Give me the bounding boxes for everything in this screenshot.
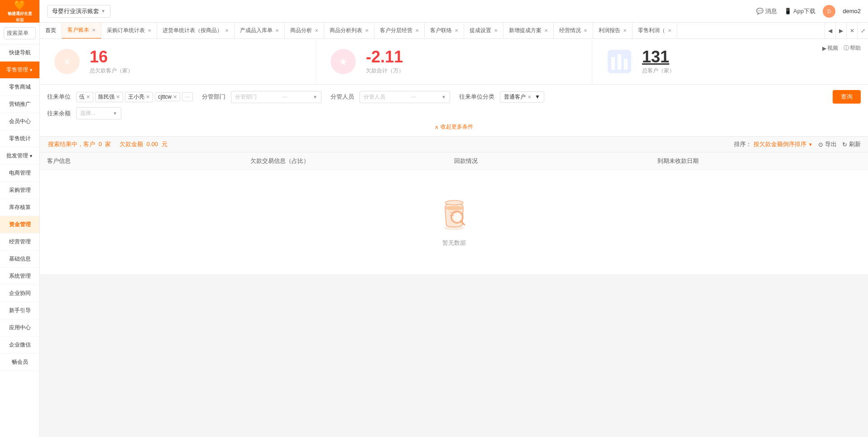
tab-next-arrow[interactable]: ▶	[835, 23, 846, 39]
tab-commission[interactable]: 提成设置 ✕	[464, 23, 504, 39]
tab-close-customer-tier[interactable]: ✕	[415, 28, 419, 33]
search-menu-button[interactable]: 搜索菜单	[4, 27, 36, 39]
tab-purchase-order[interactable]: 采购订单统计表 ✕	[101, 23, 157, 39]
tab-close-retail-profit[interactable]: ✕	[668, 28, 671, 33]
chevron-down-icon: ▼	[101, 9, 106, 14]
category-tag-close[interactable]: ✕	[528, 95, 531, 100]
sidebar-item-chang-member[interactable]: 畅会员	[0, 354, 39, 371]
sidebar-item-ecommerce[interactable]: 电商管理	[0, 165, 39, 182]
video-button[interactable]: ▶ 视频	[822, 44, 838, 52]
tab-home[interactable]: 首页	[40, 23, 62, 39]
stat-label-amount: 欠款合计（万）	[366, 67, 404, 75]
tab-operation[interactable]: 经营情况 ✕	[554, 23, 593, 39]
tab-close-goods-analysis-list[interactable]: ✕	[365, 28, 369, 33]
sidebar-item-marketing[interactable]: 营销推广	[0, 96, 39, 113]
main-area: 母婴行业演示账套 ▼ 💬 消息 📱 App下载 D demo2 首页 客户账本 …	[40, 0, 868, 437]
unit-tag-cjttcw-close[interactable]: ✕	[173, 94, 177, 100]
results-info: 搜索结果中，客户 0 家 欠款金额 0.00 元	[47, 140, 168, 148]
unit-tags-more[interactable]: ···	[182, 92, 193, 101]
unit-tag-wu: 伍 ✕	[76, 92, 93, 102]
tab-maximize-icon[interactable]: ⤢	[857, 23, 868, 39]
stat-icon-pink: ★	[330, 48, 357, 75]
tab-goods-analysis-list[interactable]: 商品分析列表 ✕	[324, 23, 374, 39]
avatar[interactable]: D	[823, 5, 835, 18]
sidebar-item-member[interactable]: 会员中心	[0, 113, 39, 130]
app-download-button[interactable]: 📱 App下载	[784, 7, 815, 15]
tab-new-commission[interactable]: 新增提成方案 ✕	[504, 23, 554, 39]
tab-close-new-commission[interactable]: ✕	[544, 28, 548, 33]
sidebar-item-guide[interactable]: 新手引导	[0, 302, 39, 319]
sidebar-item-app-center[interactable]: 应用中心	[0, 319, 39, 337]
person-select[interactable]: 分管人员 ··· ▼	[360, 91, 450, 103]
account-selector[interactable]: 母婴行业演示账套 ▼	[47, 5, 110, 18]
logo: 🧡 畅捷通好生意 标版	[0, 0, 39, 23]
sidebar-item-wholesale[interactable]: 批发管理 ▼	[0, 147, 39, 165]
sidebar-item-enterprise[interactable]: 企业协同	[0, 285, 39, 302]
help-icon: ⓘ	[844, 44, 849, 52]
tab-prev-arrow[interactable]: ◀	[825, 23, 835, 39]
sidebar-item-retail[interactable]: 零售管理 ▼	[0, 62, 39, 79]
col-repayment: 回款情况	[454, 157, 657, 165]
tab-customer-contact[interactable]: 客户联络 ✕	[425, 23, 464, 39]
sidebar-item-retail-mall[interactable]: 零售商城	[0, 79, 39, 96]
sidebar-item-retail-stats[interactable]: 零售统计	[0, 130, 39, 147]
results-bar: 搜索结果中，客户 0 家 欠款金额 0.00 元 排序： 按欠款金额倒序排序 ▼…	[40, 137, 868, 152]
refresh-button[interactable]: ↻ 刷新	[842, 140, 861, 148]
person-chevron-icon: ▼	[441, 95, 446, 100]
balance-select[interactable]: 选择... ▼	[76, 107, 121, 119]
collapse-button[interactable]: ∧ 收起更多条件	[47, 123, 861, 131]
tab-close-operation[interactable]: ✕	[584, 28, 587, 33]
tab-customer-ledger[interactable]: 客户账本 ✕	[62, 23, 101, 39]
stat-info-amount: -2.11 欠款合计（万）	[366, 49, 404, 75]
stat-label-customers: 总欠款客户（家）	[90, 67, 133, 75]
tab-close-all-icon[interactable]: ✕	[846, 23, 857, 39]
tab-retail-profit[interactable]: 零售利润（ ✕	[633, 23, 677, 39]
stats-row: ¥ 16 总欠款客户（家） ★ -2.11 欠款合计（	[40, 39, 868, 85]
tab-close-profit[interactable]: ✕	[623, 28, 627, 33]
tab-close-commission[interactable]: ✕	[494, 28, 498, 33]
sidebar-item-system[interactable]: 系统管理	[0, 268, 39, 285]
sidebar-item-operation[interactable]: 经营管理	[0, 233, 39, 251]
dept-label: 分管部门	[202, 93, 225, 101]
sidebar: 🧡 畅捷通好生意 标版 搜索菜单 快捷导航 零售管理 ▼ 零售商城 营销推广 会…	[0, 0, 40, 437]
sidebar-item-quick-nav[interactable]: 快捷导航	[0, 44, 39, 62]
unit-tag-wu-close[interactable]: ✕	[86, 94, 90, 100]
sort-selector[interactable]: 排序： 按欠款金额倒序排序 ▼	[734, 140, 813, 148]
export-button[interactable]: ⊙ 导出	[818, 140, 837, 148]
tab-close-goods-analysis[interactable]: ✕	[315, 28, 318, 33]
tab-close-customer-contact[interactable]: ✕	[455, 28, 458, 33]
dept-select[interactable]: 分管部门 ··· ▼	[231, 91, 321, 103]
sidebar-item-inventory[interactable]: 库存核算	[0, 199, 39, 216]
sidebar-item-finance[interactable]: 资金管理	[0, 216, 39, 233]
tab-close-purchase-order[interactable]: ✕	[148, 28, 151, 33]
sidebar-item-purchase[interactable]: 采购管理	[0, 182, 39, 199]
svg-rect-7	[624, 59, 628, 70]
help-button[interactable]: ⓘ 帮助	[844, 44, 861, 52]
query-button[interactable]: 查询	[833, 90, 861, 104]
tab-close-customer-ledger[interactable]: ✕	[92, 28, 96, 33]
username[interactable]: demo2	[843, 8, 861, 14]
category-select[interactable]: 普通客户 ✕ ▼	[500, 91, 544, 103]
sidebar-item-wecom[interactable]: 企业微信	[0, 337, 39, 354]
download-icon: ⊙	[818, 141, 823, 148]
message-button[interactable]: 💬 消息	[756, 7, 777, 15]
sidebar-item-basic-info[interactable]: 基础信息	[0, 251, 39, 268]
tab-finished-goods[interactable]: 产成品入库单 ✕	[235, 23, 285, 39]
unit-tag-cjttcw: cjttcw ✕	[155, 92, 180, 101]
logo-text: 畅捷通好生意	[8, 11, 32, 16]
unit-tag-wang-close[interactable]: ✕	[146, 94, 150, 100]
unit-tag-chen-close[interactable]: ✕	[116, 94, 120, 100]
unit-tag-chen: 陈民强 ✕	[95, 92, 123, 102]
person-more-icon: ···	[411, 94, 416, 100]
tabbar: 首页 客户账本 ✕ 采购订单统计表 ✕ 进货单统计表（按商品） ✕ 产成品入库单…	[40, 23, 868, 39]
tab-goods-analysis[interactable]: 商品分析 ✕	[285, 23, 324, 39]
tab-purchase-stats[interactable]: 进货单统计表（按商品） ✕	[157, 23, 235, 39]
tab-close-purchase-stats[interactable]: ✕	[225, 28, 229, 33]
tab-profit[interactable]: 利润报告 ✕	[593, 23, 633, 39]
stat-number-total: 131	[642, 49, 675, 65]
play-icon: ▶	[822, 45, 826, 52]
tab-close-finished-goods[interactable]: ✕	[275, 28, 279, 33]
stat-number-amount: -2.11	[366, 49, 404, 65]
tab-customer-tier[interactable]: 客户分层经营 ✕	[374, 23, 425, 39]
svg-rect-6	[618, 54, 621, 70]
